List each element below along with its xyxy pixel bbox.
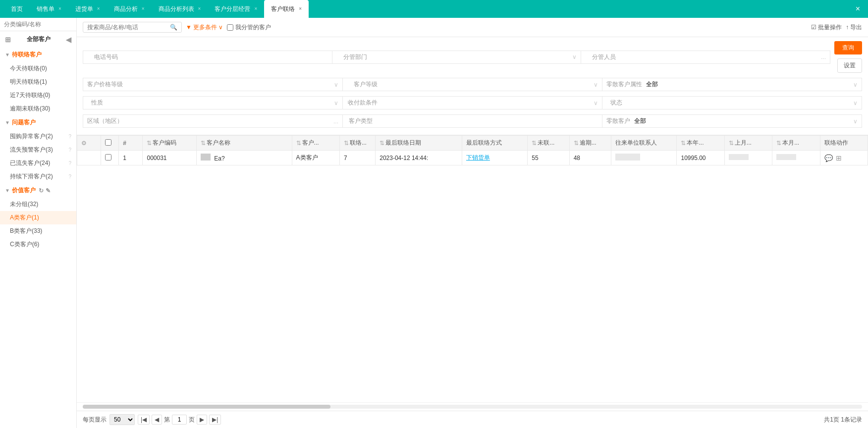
last-page-button[interactable]: ▶| [209,415,221,425]
per-page-select[interactable]: 50 100 200 [109,414,135,425]
th-type-sort-icon[interactable]: ⇅ [296,140,301,147]
main-table: ⚙ # ⇅ 客户编码 [77,135,868,165]
td-last-method[interactable]: 下销货单 [462,151,527,165]
sidebar-item-churn-warning[interactable]: 流失预警客户(3) ? [0,143,76,157]
sidebar-item-class-c[interactable]: C类客户(6) [0,238,76,251]
region-more-icon[interactable]: ... [333,118,338,125]
payment-icon[interactable]: ∨ [594,100,598,107]
filter-search-icon[interactable]: 🔍 [170,24,177,31]
sidebar-search-input[interactable] [4,21,77,28]
sidebar-item-class-b[interactable]: B类客户(33) [0,224,76,238]
message-action-icon[interactable]: 💬 [824,154,833,162]
tab-customer-tier-close[interactable]: × [254,0,257,18]
sidebar-group-value-title[interactable]: ▼ 价值客户 ↻ ✎ [0,183,76,198]
th-this-year: ⇅ 本年... [677,136,724,151]
price-level-icon[interactable]: ∨ [334,81,338,88]
filter-region: 区域（地区） ... [83,115,343,127]
sidebar-header: ⊞ 全部客户 ◀ [0,31,76,48]
th-settings[interactable]: ⚙ [77,136,101,151]
th-this-month-sort-icon[interactable]: ⇅ [776,140,781,147]
th-this-year-sort-icon[interactable]: ⇅ [681,140,686,147]
my-customers-checkbox-area[interactable]: 我分管的客户 [227,23,271,32]
sidebar-item-class-a[interactable]: A类客户(1) [0,211,76,224]
next-page-button[interactable]: ▶ [197,415,207,425]
table-body: 1 000031 Ea? A类客户 7 2023-04-12 14:44: 下销… [77,151,868,165]
filter-status: 状态 ∨ [602,97,862,109]
select-all-checkbox[interactable] [105,139,111,146]
retail-customer-icon[interactable]: ∨ [853,118,858,125]
sidebar-item-churned[interactable]: 已流失客户(24) ? [0,157,76,170]
th-code-sort-icon[interactable]: ⇅ [147,140,152,147]
customer-level-icon[interactable]: ∨ [594,81,598,88]
filter-search-input[interactable] [87,24,168,31]
sidebar-item-7days[interactable]: 近7天待联络(0) [0,89,76,102]
scrollbar-track[interactable] [83,405,862,409]
person-more-icon[interactable]: ... [821,54,826,60]
value-edit-icon[interactable]: ✎ [46,187,51,194]
page-number-input[interactable] [172,415,187,425]
batch-ops-button[interactable]: ☑ 批量操作 [811,23,842,32]
td-action[interactable]: 💬 ⊞ [820,151,868,165]
tab-customer-contact-close[interactable]: × [299,0,302,18]
my-customers-checkbox[interactable] [227,24,233,31]
phone-input[interactable] [122,54,328,60]
nav-tab-purchase[interactable]: 进货单 × [68,0,107,18]
nav-tab-analysis[interactable]: 商品分析 × [107,0,152,18]
prev-page-button[interactable]: ◀ [152,415,162,425]
filter-row-4: 区域（地区） ... 客户类型 零散客户 全部 ∨ [83,112,862,128]
nav-tab-customer-tier[interactable]: 客户分层经营 × [208,0,264,18]
sidebar-collapse-button[interactable]: ◀ [66,36,71,44]
customer-name[interactable]: Ea? [214,155,224,162]
first-page-button[interactable]: |◀ [138,415,150,425]
sidebar-item-ungrouped[interactable]: 未分组(32) [0,198,76,211]
all-customers-label[interactable]: 全部客户 [27,35,51,44]
tab-analysis-close[interactable]: × [142,0,145,18]
query-buttons: 查询 设置 [830,41,862,73]
tab-purchase-close[interactable]: × [97,0,100,18]
filter-more-button[interactable]: ▼ 更多条件 ∨ [186,23,223,32]
query-button[interactable]: 查询 [834,41,862,54]
th-contact-sort-icon[interactable]: ⇅ [344,140,349,147]
filter-icon: ▼ [186,24,192,31]
export-button[interactable]: ↑ 导出 [846,23,862,32]
sidebar-item-overdue[interactable]: 逾期未联络(30) [0,102,76,115]
scrollbar-thumb[interactable] [83,405,330,409]
settings-gear-icon[interactable]: ⚙ [81,140,87,147]
nav-home[interactable]: 首页 [4,0,30,18]
sidebar-item-today[interactable]: 今天待联络(0) [0,62,76,75]
nav-tab-customer-contact[interactable]: 客户联络 × [264,0,309,18]
th-last-month-sort-icon[interactable]: ⇅ [729,140,734,147]
td-index: 1 [119,151,143,165]
sidebar-group-pending-title[interactable]: ▼ 待联络客户 [0,48,76,62]
close-all-button[interactable]: × [852,4,864,13]
setting-button[interactable]: 设置 [837,58,862,73]
nature-icon[interactable]: ∨ [334,100,338,107]
th-not-contact-sort-icon[interactable]: ⇅ [532,140,537,147]
th-contact2: 往来单位联系人 [611,136,676,151]
th-last-date-sort-icon[interactable]: ⇅ [380,140,384,147]
th-checkbox[interactable] [101,136,119,151]
td-code[interactable]: 000031 [143,151,196,165]
sidebar-item-hoarding[interactable]: 囤购异常客户(2) ? [0,130,76,143]
th-overdue-sort-icon[interactable]: ⇅ [574,140,579,147]
th-name-sort-icon[interactable]: ⇅ [201,140,206,147]
value-refresh-icon[interactable]: ↻ [39,187,44,194]
declining-help-icon: ? [68,174,71,179]
nav-tab-analysis-list[interactable]: 商品分析列表 × [152,0,208,18]
last-method-link[interactable]: 下销货单 [466,154,490,161]
dept-dropdown-icon[interactable]: ∨ [572,54,577,60]
td-checkbox[interactable] [101,151,119,165]
tab-analysis-list-close[interactable]: × [198,0,201,18]
status-icon[interactable]: ∨ [853,100,858,107]
tab-sales-close[interactable]: × [58,0,61,18]
th-code: ⇅ 客户编码 [143,136,196,151]
link-action-icon[interactable]: ⊞ [836,154,842,162]
sidebar-item-tomorrow[interactable]: 明天待联络(1) [0,75,76,89]
th-name: ⇅ 客户名称 [196,136,292,151]
export-label: 导出 [850,23,862,32]
row-checkbox[interactable] [105,154,111,160]
retail-attr-icon[interactable]: ∨ [853,81,858,88]
sidebar-group-problem-title[interactable]: ▼ 问题客户 [0,115,76,130]
sidebar-item-declining[interactable]: 持续下滑客户(2) ? [0,170,76,183]
nav-tab-sales[interactable]: 销售单 × [30,0,68,18]
